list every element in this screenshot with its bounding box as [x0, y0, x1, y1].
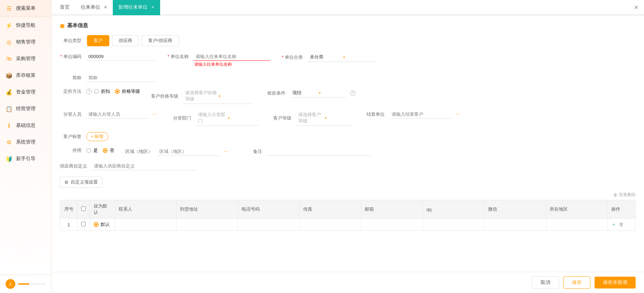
field-department: 分管部门 请输入分管部门 ▾: [170, 110, 259, 126]
radio-stop-no[interactable]: 否: [103, 147, 114, 154]
pricing-method-label: 定价方法: [60, 88, 84, 95]
radio-stop-yes[interactable]: 是: [86, 147, 98, 154]
unit-name-error: 请输入往来单位名称: [194, 62, 232, 67]
cancel-button[interactable]: 取消: [532, 276, 559, 289]
region-input[interactable]: [157, 147, 220, 156]
remark-input[interactable]: [267, 147, 371, 156]
table-section: ⚙ 自定义项设置 🗑 批量删除 序号 设为默认: [60, 177, 636, 231]
region-dots[interactable]: ···: [222, 148, 229, 155]
settlement-unit-dots[interactable]: ···: [454, 111, 462, 117]
sidebar-item-quick[interactable]: ⚡ 快捷导航: [0, 17, 51, 34]
sidebar-item-finance[interactable]: 💰 资金管理: [0, 84, 51, 100]
tab-counterparty[interactable]: 往来单位 ✕: [75, 0, 113, 15]
custom-settings-button[interactable]: ⚙ 自定义项设置: [60, 177, 102, 188]
batch-delete-icon: 🗑: [613, 193, 618, 197]
fax-input[interactable]: [303, 222, 358, 227]
unit-type-row: 单位类型 客户 供应商 客户/供应商: [60, 35, 636, 46]
th-region: 所在地区: [546, 200, 607, 219]
payment-terms-select[interactable]: 现结 ▾: [290, 88, 346, 98]
field-customer-tag: 客户标签 + 标签: [60, 132, 108, 141]
customer-level-select[interactable]: 请选择客户等级 ▾: [296, 110, 352, 126]
add-tag-button[interactable]: + 标签: [86, 132, 108, 141]
custom-settings-label: 自定义项设置: [71, 179, 98, 185]
radio-price-level[interactable]: 价格等级: [115, 88, 140, 95]
th-checkbox[interactable]: [78, 200, 90, 219]
sidebar-item-newbie[interactable]: 🔰 新手引导: [0, 150, 51, 167]
contact-input[interactable]: [119, 222, 173, 227]
qq-input[interactable]: [426, 222, 481, 227]
short-name-input[interactable]: [86, 74, 156, 82]
add-row-icon[interactable]: ＋: [611, 221, 616, 228]
row-checkbox[interactable]: [81, 222, 86, 226]
settlement-unit-input[interactable]: [390, 110, 452, 119]
th-fax: 传真: [300, 200, 361, 219]
radio-stop-yes-label: 是: [93, 147, 98, 154]
sidebar-item-inventory[interactable]: 📦 库存核算: [0, 67, 51, 84]
tag-btn-label: + 标签: [91, 133, 104, 140]
region-table-input[interactable]: [550, 222, 604, 227]
department-select[interactable]: 请输入分管部门 ▾: [196, 110, 259, 126]
supplier-custom-input[interactable]: [92, 162, 196, 170]
btn-type-customer[interactable]: 客户: [87, 35, 109, 46]
manager-input[interactable]: [86, 110, 149, 119]
btn-type-supplier[interactable]: 供应商: [112, 35, 139, 46]
tab-bar-close-all[interactable]: ✕: [631, 4, 641, 11]
manager-dots[interactable]: ···: [151, 111, 158, 117]
sidebar-item-system[interactable]: ⚙ 系统管理: [0, 134, 51, 150]
radio-stop-no-circle: [103, 148, 108, 153]
btn-type-both[interactable]: 客户/供应商: [142, 35, 179, 46]
stop-use-label: 停用: [60, 147, 84, 154]
sidebar-item-label: 快捷导航: [16, 22, 36, 29]
main-area: 首页 往来单位 ✕ 新增往来单位 ✕ ✕ ▣ 基本信息 单位类型 客户 供应商 …: [52, 0, 644, 293]
customer-price-select[interactable]: 请选择客户价格等级 ▾: [183, 88, 253, 104]
unit-category-select[interactable]: 未分类 ▾: [308, 52, 377, 62]
field-unit-code: 单位编码: [60, 52, 156, 61]
sidebar-item-sales[interactable]: ◎ 销售管理: [0, 34, 51, 50]
td-contact[interactable]: [115, 219, 176, 231]
tab-new-counterparty[interactable]: 新增往来单位 ✕: [113, 0, 160, 15]
sidebar-item-basic-info[interactable]: ℹ 基础信息: [0, 117, 51, 134]
td-email[interactable]: [361, 219, 423, 231]
batch-delete-button[interactable]: 🗑 批量删除: [613, 192, 636, 198]
select-all-checkbox[interactable]: [81, 206, 86, 211]
sidebar-item-operations[interactable]: 📋 经营管理: [0, 100, 51, 117]
unit-category-label: 单位分类: [281, 54, 306, 60]
email-input[interactable]: [365, 222, 419, 227]
region-label: 区域（地区）: [125, 148, 155, 155]
pricing-question-mark[interactable]: ?: [86, 89, 92, 94]
save-button[interactable]: 保存: [563, 276, 590, 289]
row-code-name-category: 单位编码 单位名称 请输入往来单位名称 单位分类 未分类 ▾: [60, 52, 636, 67]
tab-counterparty-close[interactable]: ✕: [104, 5, 107, 10]
payment-terms-question[interactable]: ?: [350, 90, 356, 96]
td-phone[interactable]: [238, 219, 300, 231]
td-qq[interactable]: [423, 219, 485, 231]
department-placeholder: 请输入分管部门: [198, 112, 227, 124]
address-input[interactable]: [180, 222, 234, 227]
td-fax[interactable]: [300, 219, 361, 231]
wechat-input[interactable]: [488, 222, 542, 227]
td-default: 默认: [90, 219, 115, 231]
phone-input[interactable]: [242, 222, 296, 227]
system-icon: ⚙: [6, 139, 13, 146]
tab-home[interactable]: 首页: [54, 0, 75, 15]
td-wechat[interactable]: [485, 219, 546, 231]
th-index: 序号: [60, 200, 78, 219]
unit-code-input[interactable]: [86, 52, 156, 61]
sidebar-item-purchase[interactable]: 🛍 采购管理: [0, 50, 51, 67]
radio-default[interactable]: 默认: [94, 221, 111, 228]
unit-name-input[interactable]: [194, 52, 270, 61]
operations-icon: 📋: [6, 105, 13, 112]
radio-discount[interactable]: 折扣: [94, 88, 110, 95]
td-region[interactable]: [546, 219, 607, 231]
radio-price-level-circle: [115, 89, 120, 94]
delete-row-icon[interactable]: 🗑: [619, 221, 624, 228]
radio-default-label: 默认: [101, 221, 110, 228]
tab-new-counterparty-close[interactable]: ✕: [151, 5, 155, 10]
td-checkbox[interactable]: [78, 219, 90, 231]
radio-stop-yes-circle: [86, 148, 91, 153]
td-address[interactable]: [176, 219, 238, 231]
radio-discount-label: 折扣: [101, 88, 110, 95]
footer: 取消 保存 保存并新增: [52, 272, 644, 293]
sidebar-search[interactable]: ☰ 搜索菜单: [0, 0, 51, 17]
save-and-new-button[interactable]: 保存并新增: [595, 277, 636, 288]
